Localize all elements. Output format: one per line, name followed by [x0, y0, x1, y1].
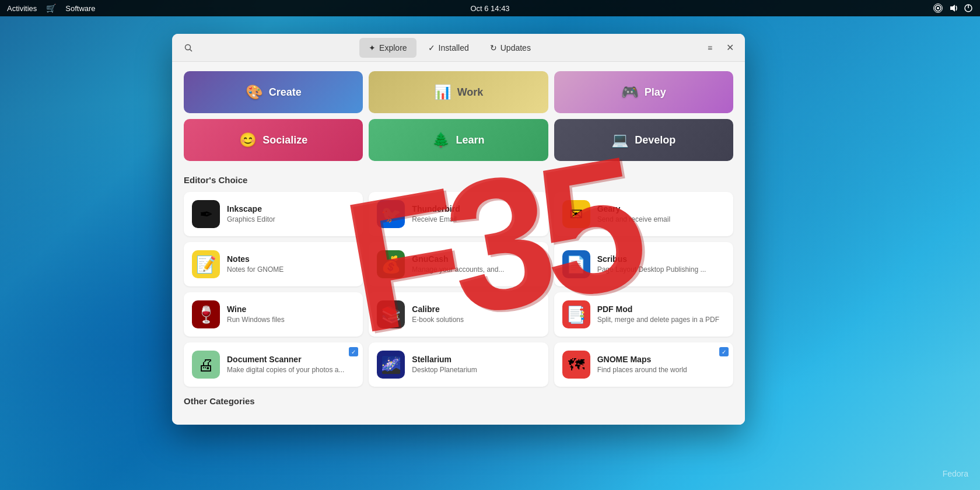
category-play[interactable]: 🎮 Play	[554, 71, 733, 113]
app-name-gnomemaps: GNOME Maps	[597, 355, 725, 364]
fedora-label: Fedora	[943, 469, 968, 478]
app-desc-scribus: Page Layout Desktop Publishing ...	[597, 265, 725, 275]
app-icon-geary: ✉	[562, 200, 590, 228]
activities-label[interactable]: Activities	[7, 4, 37, 13]
category-create[interactable]: 🎨 Create	[184, 71, 363, 113]
software-window: ✦ Explore ✓ Installed ↻ Updates ≡ ✕	[172, 34, 745, 425]
app-desc-document: Make digital copies of your photos a...	[227, 365, 355, 375]
app-desc-geary: Send and receive email	[597, 215, 725, 225]
app-card-document[interactable]: 🖨Document ScannerMake digital copies of …	[184, 342, 363, 387]
app-card-geary[interactable]: ✉GearySend and receive email	[554, 192, 733, 236]
network-icon	[933, 4, 943, 13]
app-menu-icon: 🛒	[46, 4, 56, 13]
app-icon-inkscape: ✒	[192, 200, 220, 228]
socialize-icon: 😊	[239, 132, 257, 148]
app-info-gnucash: GnuCashManage your accounts, and...	[412, 254, 540, 275]
app-card-wine[interactable]: 🍷WineRun Windows files	[184, 292, 363, 337]
titlebar-tabs: ✦ Explore ✓ Installed ↻ Updates	[202, 38, 697, 58]
app-icon-notes: 📝	[192, 250, 220, 278]
app-name-stellarium: Stellarium	[412, 355, 540, 364]
app-desc-calibre: E-book solutions	[412, 315, 540, 325]
app-icon-thunderbird: 🐦	[377, 200, 405, 228]
updates-icon: ↻	[490, 43, 497, 52]
play-icon: 🎮	[621, 84, 639, 100]
installed-badge-document: ✓	[349, 347, 358, 356]
app-card-notes[interactable]: 📝NotesNotes for GNOME	[184, 242, 363, 286]
app-icon-scribus: 📄	[562, 250, 590, 278]
app-grid: ✒InkscapeGraphics Editor🐦ThunderbirdRece…	[184, 192, 733, 387]
app-menu-label[interactable]: Software	[65, 4, 95, 13]
search-button[interactable]	[179, 38, 198, 57]
category-grid: 🎨 Create 📊 Work 🎮 Play 😊 Socialize 🌲	[184, 71, 733, 161]
app-info-scribus: ScribusPage Layout Desktop Publishing ..…	[597, 254, 725, 275]
svg-point-6	[186, 44, 191, 50]
app-info-inkscape: InkscapeGraphics Editor	[227, 204, 355, 225]
app-desc-thunderbird: Receive Email	[412, 215, 540, 225]
tab-updates[interactable]: ↻ Updates	[481, 38, 540, 58]
svg-marker-3	[950, 5, 955, 12]
app-icon-document: 🖨	[192, 351, 220, 379]
tab-explore[interactable]: ✦ Explore	[359, 38, 416, 58]
app-info-gnomemaps: GNOME MapsFind places around the world	[597, 355, 725, 375]
learn-icon: 🌲	[432, 132, 450, 148]
app-name-geary: Geary	[597, 204, 725, 214]
app-card-calibre[interactable]: 📚CalibreE-book solutions	[369, 292, 548, 337]
app-icon-gnomemaps: 🗺	[562, 351, 590, 379]
sound-icon	[949, 4, 958, 13]
topbar-datetime: Oct 6 14:43	[470, 4, 509, 13]
app-info-thunderbird: ThunderbirdReceive Email	[412, 204, 540, 225]
window-content: 🎨 Create 📊 Work 🎮 Play 😊 Socialize 🌲	[172, 62, 745, 425]
create-icon: 🎨	[246, 84, 263, 100]
topbar: Activities 🛒 Software Oct 6 14:43	[0, 0, 980, 16]
app-info-pdfmod: PDF ModSplit, merge and delete pages in …	[597, 304, 725, 325]
app-info-notes: NotesNotes for GNOME	[227, 254, 355, 275]
other-categories-title: Other Categories	[184, 396, 733, 406]
app-name-notes: Notes	[227, 254, 355, 264]
app-info-calibre: CalibreE-book solutions	[412, 304, 540, 325]
svg-line-7	[190, 49, 192, 51]
category-learn[interactable]: 🌲 Learn	[369, 119, 548, 161]
category-develop[interactable]: 💻 Develop	[554, 119, 733, 161]
app-name-inkscape: Inkscape	[227, 204, 355, 214]
app-icon-calibre: 📚	[377, 300, 405, 328]
app-card-scribus[interactable]: 📄ScribusPage Layout Desktop Publishing .…	[554, 242, 733, 286]
app-name-document: Document Scanner	[227, 355, 355, 364]
topbar-right	[933, 4, 973, 13]
app-name-thunderbird: Thunderbird	[412, 204, 540, 214]
desktop: Activities 🛒 Software Oct 6 14:43	[0, 0, 980, 490]
app-desc-gnomemaps: Find places around the world	[597, 365, 725, 375]
app-card-pdfmod[interactable]: 📑PDF ModSplit, merge and delete pages in…	[554, 292, 733, 337]
power-icon[interactable]	[964, 4, 973, 13]
category-socialize[interactable]: 😊 Socialize	[184, 119, 363, 161]
app-icon-pdfmod: 📑	[562, 300, 590, 328]
tab-installed[interactable]: ✓ Installed	[419, 38, 478, 58]
app-desc-wine: Run Windows files	[227, 315, 355, 325]
svg-point-0	[937, 7, 939, 9]
app-name-gnucash: GnuCash	[412, 254, 540, 264]
editors-choice-title: Editor's Choice	[184, 175, 733, 185]
titlebar-actions: ≡ ✕	[702, 40, 738, 56]
app-card-thunderbird[interactable]: 🐦ThunderbirdReceive Email	[369, 192, 548, 236]
app-info-geary: GearySend and receive email	[597, 204, 725, 225]
app-card-gnomemaps[interactable]: 🗺GNOME MapsFind places around the world✓	[554, 342, 733, 387]
explore-icon: ✦	[369, 43, 376, 52]
app-info-stellarium: StellariumDesktop Planetarium	[412, 355, 540, 375]
develop-icon: 💻	[611, 132, 629, 148]
work-icon: 📊	[434, 84, 452, 100]
app-name-calibre: Calibre	[412, 304, 540, 314]
app-info-wine: WineRun Windows files	[227, 304, 355, 325]
app-card-inkscape[interactable]: ✒InkscapeGraphics Editor	[184, 192, 363, 236]
app-card-gnucash[interactable]: 💰GnuCashManage your accounts, and...	[369, 242, 548, 286]
category-work[interactable]: 📊 Work	[369, 71, 548, 113]
titlebar: ✦ Explore ✓ Installed ↻ Updates ≡ ✕	[172, 34, 745, 62]
close-button[interactable]: ✕	[722, 40, 738, 56]
app-icon-gnucash: 💰	[377, 250, 405, 278]
topbar-left: Activities 🛒 Software	[7, 4, 96, 13]
installed-badge-gnomemaps: ✓	[719, 347, 729, 356]
app-icon-wine: 🍷	[192, 300, 220, 328]
menu-button[interactable]: ≡	[702, 40, 718, 56]
app-info-document: Document ScannerMake digital copies of y…	[227, 355, 355, 375]
app-card-stellarium[interactable]: 🌌StellariumDesktop Planetarium	[369, 342, 548, 387]
app-name-scribus: Scribus	[597, 254, 725, 264]
app-icon-stellarium: 🌌	[377, 351, 405, 379]
